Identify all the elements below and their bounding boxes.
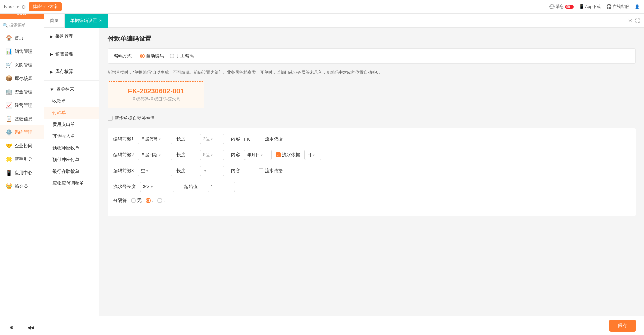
sidebar-item-label: 库存核算 xyxy=(15,75,32,82)
sep-radio-none[interactable]: 无 xyxy=(131,197,142,204)
sep-dot1-dot xyxy=(146,198,151,203)
left-menu-title-capital[interactable]: ▼ 资金往来 xyxy=(44,83,99,95)
inventory-icon: 📦 xyxy=(6,75,12,82)
left-menu-title-sales[interactable]: ▶ 销售管理 xyxy=(44,48,99,60)
auto-code-label: 自动编码 xyxy=(146,53,164,59)
left-menu-title-inventory[interactable]: ▶ 库存核算 xyxy=(44,66,99,77)
sidebar-item-system[interactable]: ⚙️ 系统管理 xyxy=(0,125,44,139)
minimize-icon[interactable]: ✕ xyxy=(628,18,632,24)
settings-icon[interactable]: ⚙ xyxy=(21,4,26,10)
left-menu-item-pre-pay[interactable]: 预付冲应付单 xyxy=(44,154,99,166)
sidebar-item-base-info[interactable]: 📋 基础信息 xyxy=(0,112,44,125)
left-menu-group-capital: ▼ 资金往来 收款单 付款单 费用支出单 其他收入单 预收冲应收单 预付冲应付单… xyxy=(44,81,99,192)
close-tab-icon[interactable]: ✕ xyxy=(99,18,103,23)
sep-radio-dot2[interactable]: · xyxy=(157,198,165,203)
right-panel: 付款单编码设置 编码方式 自动编码 手工编码 新增单据时，*单据编码*自动生成，… xyxy=(99,28,644,335)
auto-fill-row: 新增单据自动补空号 xyxy=(108,115,636,121)
sidebar-search[interactable]: 🔍 搜索菜单 xyxy=(0,19,44,31)
save-button[interactable]: 保存 xyxy=(609,320,636,332)
auto-fill-label: 新增单据自动补空号 xyxy=(115,115,155,121)
chevron-right-icon: ▶ xyxy=(50,34,53,39)
manual-code-radio[interactable]: 手工编码 xyxy=(170,53,194,59)
left-menu-item-other-income[interactable]: 其他收入单 xyxy=(44,130,99,142)
tab-encoding-settings[interactable]: 单据编码设置 ✕ xyxy=(65,14,108,28)
content-layout: ▶ 采购管理 ▶ 销售管理 ▶ 库存核算 ▼ 资金往来 xyxy=(44,28,644,335)
sidebar-item-app-center[interactable]: 📱 应用中心 xyxy=(0,166,44,179)
left-menu-item-bank[interactable]: 银行存取款单 xyxy=(44,166,99,177)
left-menu-group-inventory: ▶ 库存核算 xyxy=(44,63,99,81)
sidebar-item-home[interactable]: 🏠 首页 xyxy=(0,31,44,45)
chevron-down-icon: ▾ xyxy=(146,169,148,173)
sidebar-item-enterprise[interactable]: 🤝 企业协同 xyxy=(0,139,44,152)
app-download-item[interactable]: 📱 App下载 xyxy=(579,4,601,10)
search-icon: 🔍 xyxy=(3,23,8,28)
operations-icon: 📈 xyxy=(6,102,12,109)
sep-radio-dot1[interactable]: · xyxy=(146,198,153,203)
prefix-3-select[interactable]: 空 ▾ xyxy=(138,166,172,176)
sidebar-item-sales[interactable]: 📊 销售管理 xyxy=(0,45,44,58)
left-menu-title-purchase[interactable]: ▶ 采购管理 xyxy=(44,30,99,42)
left-menu-item-payment[interactable]: 付款单 xyxy=(44,107,99,119)
collapse-icon[interactable]: ◀◀ xyxy=(27,325,34,330)
serial-checkbox-3[interactable] xyxy=(259,168,263,173)
sidebar-item-operations[interactable]: 📈 经营管理 xyxy=(0,99,44,112)
start-value-label: 起始值 xyxy=(184,184,203,190)
serial-length-select[interactable]: 3位 ▾ xyxy=(140,182,174,192)
sidebar-item-inventory[interactable]: 📦 库存核算 xyxy=(0,72,44,85)
sidebar-item-vip[interactable]: 👑 畅会员 xyxy=(0,179,44,193)
sidebar-item-label: 基础信息 xyxy=(15,116,32,122)
sidebar-item-guide[interactable]: 🌟 新手引导 xyxy=(0,152,44,166)
prefix-2-select[interactable]: 单据日期 ▾ xyxy=(138,150,172,160)
content-2-label: 内容 xyxy=(231,152,240,158)
extra-select-2[interactable]: 日 ▾ xyxy=(304,150,321,160)
left-menu-item-pre-receive[interactable]: 预收冲应收单 xyxy=(44,142,99,154)
length-2-select[interactable]: 8位 ▾ xyxy=(200,150,224,160)
chevron-down-icon[interactable]: ▾ xyxy=(17,4,19,9)
prefix-3-label: 编码前缀3 xyxy=(113,168,134,174)
message-item[interactable]: 💬 消息 99+ xyxy=(549,4,574,10)
settings-bottom-icon[interactable]: ⚙ xyxy=(10,325,14,330)
serial-label-1: 流水依据 xyxy=(265,136,283,142)
home-icon: 🏠 xyxy=(6,35,12,41)
auto-fill-checkbox[interactable] xyxy=(108,116,113,121)
user-avatar[interactable]: 👤 xyxy=(635,4,640,9)
topbar: Nare ▾ ⚙ 体验行业方案 💬 消息 99+ 📱 App下载 🎧 在线客服 … xyxy=(0,0,644,14)
start-value-input[interactable] xyxy=(208,182,235,192)
bottom-bar: 保存 xyxy=(99,316,644,335)
prefix-row-1: 编码前缀1 单据代码 ▾ 长度 2位 ▾ 内容 FK 流水依据 xyxy=(113,134,630,144)
left-menu-group-purchase: ▶ 采购管理 xyxy=(44,28,99,45)
sidebar-nav: 🏠 首页 📊 销售管理 🛒 采购管理 📦 库存核算 🏢 资金管理 📈 经营管理 … xyxy=(0,31,44,320)
info-text: 新增单据时，*单据编码*自动生成，不可编辑。前缀设置为部门、业务员等档案类，开单… xyxy=(108,69,636,76)
tab-home[interactable]: 首页 xyxy=(44,14,65,28)
length-1-label: 长度 xyxy=(176,136,196,142)
experience-button[interactable]: 体验行业方案 xyxy=(29,2,62,11)
left-menu-item-adjust[interactable]: 应收应付调整单 xyxy=(44,177,99,189)
sidebar-item-purchase[interactable]: 🛒 采购管理 xyxy=(0,58,44,72)
maximize-icon[interactable]: ⛶ xyxy=(635,18,640,24)
guide-icon: 🌟 xyxy=(6,156,12,162)
serial-checkbox-2[interactable]: ✓ xyxy=(276,152,281,157)
online-service-item[interactable]: 🎧 在线客服 xyxy=(606,4,629,10)
left-menu-item-receipt[interactable]: 收款单 xyxy=(44,95,99,107)
tab-fullscreen-controls: ✕ ⛶ xyxy=(624,18,644,24)
prefix-row-2: 编码前缀2 单据日期 ▾ 长度 8位 ▾ 内容 年月日 ▾ xyxy=(113,150,630,160)
length-1-select[interactable]: 2位 ▾ xyxy=(200,134,224,144)
sep-dot2-dot xyxy=(157,198,162,203)
auto-code-radio[interactable]: 自动编码 xyxy=(140,53,164,59)
left-menu-item-expense[interactable]: 费用支出单 xyxy=(44,119,99,130)
encoding-radio-group: 自动编码 手工编码 xyxy=(140,53,194,59)
base-info-icon: 📋 xyxy=(6,115,12,122)
length-3-select[interactable]: ▾ xyxy=(200,166,224,176)
system-icon: ⚙️ xyxy=(6,129,12,136)
serial-checkbox-1[interactable] xyxy=(259,137,263,141)
content-2-select[interactable]: 年月日 ▾ xyxy=(244,150,272,160)
length-2-label: 长度 xyxy=(176,152,196,158)
page-title: 付款单编码设置 xyxy=(108,35,636,43)
download-icon: 📱 xyxy=(579,4,584,9)
sidebar-item-finance[interactable]: 🏢 资金管理 xyxy=(0,85,44,99)
sidebar-item-label: 畅会员 xyxy=(15,183,28,189)
prefix-1-select[interactable]: 单据代码 ▾ xyxy=(138,134,172,144)
length-3-label: 长度 xyxy=(176,168,196,174)
prefix-row-3: 编码前缀3 空 ▾ 长度 ▾ 内容 流水依据 xyxy=(113,166,630,176)
chevron-down-icon: ▾ xyxy=(211,153,213,157)
